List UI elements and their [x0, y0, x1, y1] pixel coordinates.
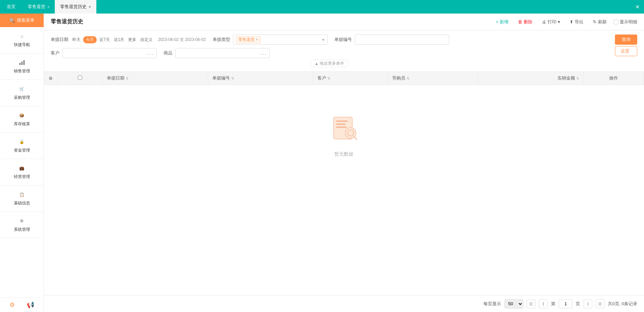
customer-input[interactable]: ...	[62, 48, 157, 58]
refresh-icon: ↻	[593, 19, 597, 24]
collapse-button[interactable]: ▲ 收起更多条件	[310, 60, 349, 67]
page-last-button[interactable]: ⟩⟩	[596, 299, 604, 308]
svg-rect-5	[336, 124, 345, 125]
date-shortcuts: 昨天 今天 近7天 近1月 更多 自定义	[71, 36, 154, 43]
query-button[interactable]: 查询	[615, 35, 637, 45]
sidebar-item-finance[interactable]: 🔒 资金管理	[0, 133, 44, 159]
per-page-label: 每页显示	[483, 301, 501, 307]
doc-no-input[interactable]	[355, 35, 449, 45]
sidebar-item-basic-info[interactable]: 📋 基础信息	[0, 185, 44, 212]
tab-retail-return[interactable]: 零售退货 ×	[22, 0, 55, 14]
audio-icon[interactable]: 📢	[27, 301, 34, 309]
tab-close-retail-return[interactable]: ×	[47, 5, 49, 9]
svg-rect-2	[23, 60, 25, 65]
print-icon: 🖨	[542, 19, 546, 24]
page-next-button[interactable]: ⟩	[583, 299, 592, 308]
window-close-button[interactable]: ✕	[630, 0, 644, 14]
sidebar-bottom: ⚙ 📢	[0, 297, 44, 312]
doc-type-label: 单据类型	[213, 37, 230, 43]
top-bar: 首页 零售退货 × 零售退货历史 × ✕	[0, 0, 644, 14]
sidebar-item-sales[interactable]: 销售管理	[0, 53, 44, 80]
doc-type-tag-close[interactable]: ×	[256, 37, 258, 42]
filter-settings-button[interactable]: 设置	[615, 46, 637, 56]
gear-bottom-icon[interactable]: ⚙	[9, 301, 15, 309]
doc-no-filter-group: 单据编号	[334, 35, 449, 45]
toolbar-actions: + 新增 🗑 删除 🖨 打印 ▾ ⬆ 导出 ↻ 刷新	[493, 18, 637, 26]
customer-label: 客户	[51, 50, 59, 56]
tab-retail-return-history[interactable]: 零售退货历史 ×	[55, 0, 96, 14]
sort-date-icon: ⇅	[126, 76, 128, 80]
search-icon: 🔍	[9, 18, 15, 23]
tab-home[interactable]: 首页	[0, 4, 22, 10]
svg-line-9	[354, 137, 357, 139]
sidebar-item-purchase[interactable]: 🛒 采购管理	[0, 80, 44, 106]
print-button[interactable]: 🖨 打印 ▾	[539, 18, 563, 26]
delete-button[interactable]: 🗑 删除	[515, 18, 535, 26]
page-number-input[interactable]	[559, 299, 572, 308]
chart-icon	[18, 59, 26, 66]
page-label: 第	[551, 301, 555, 307]
collapse-icon: ▲	[315, 61, 319, 66]
date-yesterday[interactable]: 昨天	[71, 36, 82, 43]
page-summary: 共0页, 0条记录	[608, 301, 637, 307]
cart-icon: 🛒	[18, 85, 26, 93]
info-icon: 📋	[18, 191, 26, 198]
date-range-display: 2023-06-02 至 2023-06-02	[158, 37, 206, 43]
page-prev-button[interactable]: ⟨	[539, 299, 548, 308]
sidebar-item-system[interactable]: ⚙ 系统管理	[0, 212, 44, 238]
date-1month[interactable]: 近1月	[113, 36, 126, 43]
collapse-row: ▲ 收起更多条件	[51, 58, 608, 67]
goods-input[interactable]: ...	[175, 48, 270, 58]
doc-type-tag: 零售退货 ×	[236, 36, 261, 43]
svg-rect-6	[336, 127, 347, 128]
sidebar-item-inventory[interactable]: 📦 库存核算	[0, 106, 44, 133]
doc-type-select[interactable]: 零售退货 × ▾	[233, 35, 328, 45]
th-docno[interactable]: 单据编号 ⇅	[208, 72, 313, 85]
page-unit: 页	[576, 301, 580, 307]
page-first-button[interactable]: ⟨⟨	[527, 299, 535, 308]
date-more[interactable]: 更多	[127, 36, 138, 43]
briefcase-icon: 💼	[18, 164, 26, 172]
filter-right-buttons: 查询 设置	[615, 35, 637, 56]
new-button[interactable]: + 新增	[493, 18, 511, 26]
display-toggle: 显示明细	[614, 19, 637, 25]
doc-type-dropdown-icon: ▾	[322, 37, 325, 42]
refresh-button[interactable]: ↻ 刷新	[590, 18, 610, 26]
per-page-select[interactable]: 50 100	[504, 299, 523, 309]
delete-icon: 🗑	[518, 19, 522, 24]
th-date[interactable]: 单据日期 ⇅	[102, 72, 208, 85]
empty-icon	[327, 112, 361, 146]
customer-ellipsis[interactable]: ...	[147, 50, 154, 56]
filter-row-2: 客户 ... 商品 ...	[51, 48, 608, 58]
filter-area: 单据日期 昨天 今天 近7天 近1月 更多 自定义 2023-06-02 至 2…	[44, 30, 644, 72]
th-settings[interactable]: ⚙	[44, 72, 57, 85]
home-icon: ⌂	[18, 32, 26, 40]
export-button[interactable]: ⬆ 导出	[567, 18, 586, 26]
date-7days[interactable]: 近7天	[98, 36, 111, 43]
settings-icon: ⚙	[49, 76, 53, 81]
th-guide[interactable]: 导购员 ⇅	[388, 72, 478, 85]
print-dropdown-icon: ▾	[558, 19, 560, 24]
svg-rect-4	[336, 120, 348, 122]
th-amount[interactable]: 实销金额 ⇅	[478, 72, 583, 85]
goods-ellipsis[interactable]: ...	[260, 50, 267, 56]
date-custom[interactable]: 自定义	[139, 36, 154, 43]
sidebar-search[interactable]: 🔍 搜索菜单	[0, 14, 44, 27]
tab-close-retail-return-history[interactable]: ×	[89, 5, 91, 9]
main-layout: 🔍 搜索菜单 ⌂ 快捷导航 销售管理 🛒 采购管理 📦 库存核算 🔒 资金管理 …	[0, 14, 644, 312]
date-today[interactable]: 今天	[83, 36, 97, 43]
select-all-checkbox[interactable]	[78, 75, 82, 80]
sort-customer-icon: ⇅	[328, 76, 330, 80]
doc-no-label: 单据编号	[334, 37, 352, 43]
th-customer[interactable]: 客户 ⇅	[313, 72, 388, 85]
settings-icon: ⚙	[18, 217, 26, 225]
content-area: 零售退货历史 + 新增 🗑 删除 🖨 打印 ▾ ⬆ 导出	[44, 14, 644, 312]
sidebar-item-quicknav[interactable]: ⌂ 快捷导航	[0, 27, 44, 53]
page-header: 零售退货历史 + 新增 🗑 删除 🖨 打印 ▾ ⬆ 导出	[44, 14, 644, 30]
th-checkbox[interactable]	[57, 72, 102, 85]
date-filter-group: 单据日期 昨天 今天 近7天 近1月 更多 自定义 2023-06-02 至 2…	[51, 36, 206, 43]
display-toggle-checkbox[interactable]	[614, 20, 618, 24]
sidebar-item-operations[interactable]: 💼 经营管理	[0, 159, 44, 185]
empty-text: 暂无数据	[334, 151, 353, 157]
date-filter-label: 单据日期	[51, 37, 68, 43]
